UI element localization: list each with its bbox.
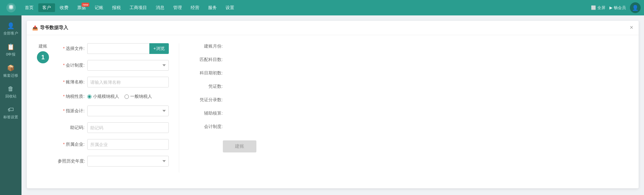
topnav-item-客户[interactable]: 客户: [38, 3, 55, 12]
step-circle: 1: [37, 51, 49, 63]
file-label: 选择文件:: [58, 46, 85, 52]
tax-type-label: 纳税性质:: [58, 93, 85, 100]
tax-type-row: 纳税性质: 小规模纳税人 一般纳税人: [58, 93, 169, 100]
sidebar-icon: 📦: [7, 64, 14, 72]
sidebar-icon: 🗑: [8, 85, 14, 92]
right-section: 建账月份: 匹配科目数: 科目期初数: 凭证数:: [179, 43, 333, 173]
topnav-item-首页[interactable]: 首页: [21, 3, 38, 12]
topnav-item-工商项目[interactable]: 工商项目: [126, 3, 151, 12]
sidebar-item-标签设置[interactable]: 🏷标签设置: [0, 103, 21, 123]
file-row: 选择文件: +浏览: [58, 43, 169, 54]
sidebar: 👤全部客户📋0申报📦账套迁移🗑回收站🏷标签设置: [0, 15, 21, 195]
badge-new: new: [82, 3, 89, 7]
logo: [3, 0, 19, 15]
company-input[interactable]: [87, 139, 169, 150]
browse-button[interactable]: +浏览: [149, 43, 169, 54]
subject-initial-row: 科目期初数:: [189, 70, 333, 76]
jianzang-month-row: 建账月份:: [189, 43, 333, 49]
assist-account-label: 辅助核算:: [189, 110, 223, 116]
accounting-system2-row: 会计制度:: [189, 124, 333, 130]
small-scale-option[interactable]: 小规模纳税人: [87, 93, 119, 100]
memo-code-row: 助记码:: [58, 122, 169, 133]
accounting-system-label: 会计制度:: [58, 62, 85, 68]
voucher-count-label: 凭证数:: [189, 83, 223, 89]
match-subjects-row: 匹配科目数:: [189, 57, 333, 63]
accounting-system2-label: 会计制度:: [189, 124, 223, 130]
accountant-row: 指派会计:: [58, 106, 169, 116]
history-year-label: 参照历史年度:: [58, 158, 85, 164]
accountant-label: 指派会计:: [58, 108, 85, 114]
sidebar-icon: 👤: [7, 22, 14, 29]
tax-type-group: 小规模纳税人 一般纳税人: [87, 93, 152, 100]
match-subjects-label: 匹配科目数:: [189, 57, 223, 63]
dialog-card: 📤 导爷数据导入 × 建账 1 选择文件:: [27, 21, 639, 188]
step-label: 建账: [39, 43, 47, 49]
voucher-entries-label: 凭证分录数:: [189, 97, 223, 103]
topnav-item-票据[interactable]: 票据new: [73, 3, 90, 12]
sidebar-item-0申报[interactable]: 📋0申报: [0, 40, 21, 60]
general-scale-option[interactable]: 一般纳税人: [125, 93, 152, 100]
member-btn[interactable]: ▶ 畅会员: [609, 5, 626, 11]
topnav-item-设置[interactable]: 设置: [221, 3, 238, 12]
sidebar-item-账套迁移[interactable]: 📦账套迁移: [0, 61, 21, 81]
dialog-title: 导爷数据导入: [40, 25, 68, 31]
voucher-count-row: 凭证数:: [189, 83, 333, 89]
assist-account-row: 辅助核算:: [189, 110, 333, 116]
company-label: 所属企业:: [58, 141, 85, 147]
topnav-item-经营[interactable]: 经营: [187, 3, 203, 12]
topnav-item-报税[interactable]: 报税: [108, 3, 125, 12]
sidebar-item-label: 0申报: [6, 52, 15, 57]
content-area: 📤 导爷数据导入 × 建账 1 选择文件:: [21, 15, 644, 195]
accounting-system-row: 会计制度:: [58, 60, 169, 71]
sidebar-item-label: 回收站: [5, 94, 16, 99]
company-row: 所属企业:: [58, 139, 169, 150]
sidebar-item-回收站[interactable]: 🗑回收站: [0, 82, 21, 102]
ledger-name-input[interactable]: [87, 77, 169, 87]
svg-point-1: [9, 5, 13, 9]
file-input[interactable]: [87, 43, 149, 54]
memo-code-input[interactable]: [87, 122, 169, 133]
form-section: 选择文件: +浏览 会计制度:: [58, 43, 169, 173]
close-button[interactable]: ×: [630, 24, 633, 31]
topnav-item-消息[interactable]: 消息: [152, 3, 168, 12]
topnav-items: 首页客户收费票据new记账报税工商项目消息管理经营服务设置: [21, 3, 591, 12]
accountant-select[interactable]: [87, 106, 169, 116]
history-year-select[interactable]: [87, 156, 169, 167]
dialog-header: 📤 导爷数据导入: [27, 21, 639, 35]
sidebar-item-label: 账套迁移: [3, 73, 18, 78]
history-year-row: 参照历史年度:: [58, 156, 169, 167]
file-input-group: +浏览: [87, 43, 169, 54]
memo-code-label: 助记码:: [58, 125, 85, 131]
main-layout: 👤全部客户📋0申报📦账套迁移🗑回收站🏷标签设置 📤 导爷数据导入 × 建账 1: [0, 15, 644, 195]
sidebar-icon: 📋: [7, 43, 14, 51]
voucher-entries-row: 凭证分录数:: [189, 97, 333, 103]
topnav-right: ⬜ 全屏 ▶ 畅会员 👤: [591, 2, 641, 13]
topnav-item-记账[interactable]: 记账: [91, 3, 107, 12]
topnav-item-服务[interactable]: 服务: [204, 3, 221, 12]
subject-initial-label: 科目期初数:: [189, 70, 223, 76]
topnav-item-管理[interactable]: 管理: [169, 3, 186, 12]
build-account-button[interactable]: 建账: [223, 140, 256, 152]
jianzang-month-label: 建账月份:: [189, 43, 223, 49]
sidebar-item-全部客户[interactable]: 👤全部客户: [0, 19, 21, 39]
sidebar-icon: 🏷: [8, 106, 14, 113]
ledger-name-row: 账簿名称:: [58, 77, 169, 87]
user-avatar[interactable]: 👤: [630, 2, 641, 13]
topnav: 首页客户收费票据new记账报税工商项目消息管理经营服务设置 ⬜ 全屏 ▶ 畅会员…: [0, 0, 644, 15]
dialog-body: 建账 1 选择文件: +浏览: [27, 35, 639, 181]
fullscreen-btn[interactable]: ⬜ 全屏: [591, 5, 605, 11]
ledger-name-label: 账簿名称:: [58, 79, 85, 85]
sidebar-item-label: 标签设置: [3, 115, 18, 120]
small-scale-radio[interactable]: [87, 94, 92, 99]
import-icon: 📤: [32, 25, 38, 30]
sidebar-item-label: 全部客户: [3, 31, 18, 36]
general-scale-radio[interactable]: [125, 94, 129, 99]
accounting-system-select[interactable]: [87, 60, 169, 71]
step-indicator: 建账 1: [37, 43, 49, 63]
topnav-item-收费[interactable]: 收费: [56, 3, 72, 12]
